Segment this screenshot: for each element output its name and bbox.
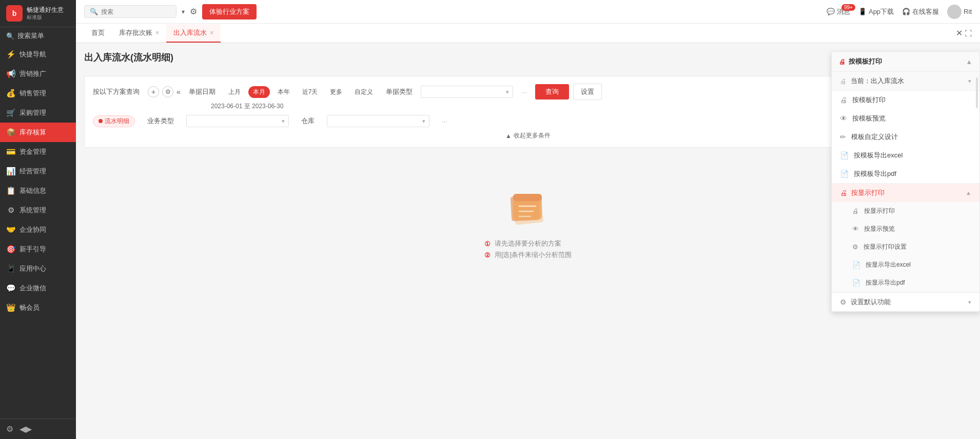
receipt-type-more-icon[interactable]: ···: [521, 88, 527, 96]
avatar: [947, 5, 962, 19]
sidebar-item-label: 库存核算: [19, 128, 46, 137]
template-excel-label: 按模板导出excel: [854, 151, 903, 160]
sidebar-item-marketing[interactable]: 📢 营销推广: [0, 64, 76, 84]
tabs-expand-icon[interactable]: ⛶: [965, 29, 972, 37]
search-input[interactable]: [101, 8, 163, 15]
dropdown-display-export-excel[interactable]: 📄 按显示导出excel: [832, 256, 979, 274]
dropdown-template-export-pdf[interactable]: 📄 按模板导出pdf: [832, 165, 979, 183]
operation-icon: 📊: [6, 167, 15, 176]
message-icon: 💬: [827, 8, 835, 15]
tab-batch-account[interactable]: 库存批次账 ×: [112, 24, 166, 43]
inventory-icon: 📦: [6, 128, 15, 137]
sales-icon: 💰: [6, 89, 15, 98]
online-service-button[interactable]: 🎧 在线客服: [902, 7, 939, 16]
tabs-close-all-icon[interactable]: ✕: [956, 28, 963, 38]
display-settings-icon: ⚙: [852, 243, 858, 251]
receipt-type-select-wrap: [421, 86, 513, 98]
sidebar-item-quick-nav[interactable]: ⚡ 快捷导航: [0, 45, 76, 64]
display-excel-icon: 📄: [852, 261, 860, 269]
warehouse-select[interactable]: [327, 115, 429, 127]
sidebar-search[interactable]: 🔍 搜索菜单: [0, 27, 76, 45]
dropdown-header-actions: ▲: [966, 58, 972, 66]
sidebar-item-wechat[interactable]: 💬 企业微信: [0, 278, 76, 298]
dropdown-template-custom[interactable]: ✏ 模板自定义设计: [832, 128, 979, 146]
settings-button[interactable]: 设置: [573, 84, 602, 100]
receipt-type-select[interactable]: [421, 86, 513, 98]
date-btn-more[interactable]: 更多: [325, 86, 347, 98]
sidebar-item-system[interactable]: ⚙ 系统管理: [0, 201, 76, 220]
dropdown-title-text: 按模板打印: [849, 57, 882, 66]
topbar-gear-icon[interactable]: ⚙: [190, 7, 197, 16]
dropdown-display-print-section[interactable]: 🖨 按显示打印 ▲: [832, 184, 979, 202]
date-btn-custom[interactable]: 自定义: [350, 86, 378, 98]
dropdown-scrollbar[interactable]: [976, 77, 978, 108]
sidebar-item-guide[interactable]: 🎯 新手引导: [0, 240, 76, 259]
marketing-icon: 📢: [6, 69, 15, 78]
business-type-select[interactable]: [186, 115, 289, 127]
tab-flow-close[interactable]: ×: [210, 29, 213, 36]
current-item-icon: 🖨: [840, 77, 847, 85]
print-header-icon: 🖨: [839, 58, 846, 66]
topbar-search[interactable]: 🔍: [84, 5, 177, 18]
sidebar-item-inventory[interactable]: 📦 库存核算: [0, 123, 76, 142]
topbar: 🔍 ▾ ⚙ 体验行业方案 💬 消息 99+ 📱 App下载 🎧 在线客服 Rit: [76, 0, 980, 24]
sidebar-item-finance[interactable]: 💳 资金管理: [0, 142, 76, 162]
date-btn-current-month[interactable]: 本月: [248, 86, 270, 98]
template-excel-icon: 📄: [840, 151, 849, 159]
dropdown-template-preview[interactable]: 👁 按模板预览: [832, 109, 979, 128]
quick-nav-icon: ⚡: [6, 50, 15, 59]
tab-home-label: 首页: [91, 28, 105, 37]
filter-collapse-button[interactable]: «: [177, 88, 181, 96]
sidebar-item-purchase[interactable]: 🛒 采购管理: [0, 103, 76, 123]
headset-icon: 🎧: [902, 8, 910, 15]
dropdown-template-print[interactable]: 🖨 按模板打印: [832, 91, 979, 109]
filter-actions: + ⚙ «: [148, 86, 181, 97]
display-preview-icon: 👁: [852, 225, 859, 233]
template-print-icon: 🖨: [840, 96, 847, 104]
message-button[interactable]: 💬 消息 99+: [827, 7, 850, 16]
search-dropdown-arrow[interactable]: ▾: [182, 8, 185, 15]
filter-add-button[interactable]: +: [148, 86, 159, 97]
user-profile-button[interactable]: Rit: [947, 5, 972, 19]
toggle-sidebar-icon[interactable]: ◀▶: [19, 424, 32, 434]
warehouse-more-icon[interactable]: ···: [442, 117, 447, 125]
online-service-label: 在线客服: [912, 7, 939, 16]
collapse-more-button[interactable]: ▲ 收起更多条件: [505, 131, 551, 140]
tab-home[interactable]: 首页: [84, 24, 112, 43]
dropdown-template-export-excel[interactable]: 📄 按模板导出excel: [832, 146, 979, 165]
filter-settings-button[interactable]: ⚙: [162, 86, 173, 97]
dropdown-close-icon[interactable]: ▲: [966, 58, 972, 66]
sidebar-item-label: 快捷导航: [19, 50, 46, 59]
sidebar-item-basic[interactable]: 📋 基础信息: [0, 181, 76, 201]
sidebar-item-label: 基础信息: [19, 186, 46, 195]
empty-num-1: ①: [484, 240, 491, 248]
query-button[interactable]: 查询: [535, 84, 569, 99]
trial-button[interactable]: 体验行业方案: [202, 4, 257, 19]
date-btn-prev-month[interactable]: 上月: [224, 86, 245, 98]
dropdown-current-item[interactable]: 🖨 当前：出入库流水 ▾: [832, 72, 979, 90]
topbar-search-icon: 🔍: [90, 8, 98, 15]
warehouse-label: 仓库: [301, 116, 315, 126]
dropdown-display-export-pdf[interactable]: 📄 按显示导出pdf: [832, 274, 979, 292]
sidebar-item-operation[interactable]: 📊 经营管理: [0, 162, 76, 181]
business-type-label: 业务类型: [147, 116, 174, 126]
dropdown-display-print[interactable]: 🖨 按显示打印: [832, 202, 979, 220]
tab-batch-account-close[interactable]: ×: [155, 29, 159, 36]
dropdown-header: 🖨 按模板打印 ▲: [832, 52, 979, 72]
template-pdf-label: 按模板导出pdf: [854, 169, 896, 178]
dropdown-display-preview[interactable]: 👁 按显示预览: [832, 220, 979, 238]
dropdown-set-default[interactable]: ⚙ 设置默认功能 ▾: [832, 292, 979, 311]
sidebar-item-label: 营销推广: [19, 69, 46, 78]
flow-detail-tag[interactable]: 流水明细: [93, 115, 135, 127]
sidebar-item-collab[interactable]: 🤝 企业协同: [0, 220, 76, 240]
date-btn-year[interactable]: 本年: [273, 86, 295, 98]
tab-flow[interactable]: 出入库流水 ×: [166, 24, 221, 43]
date-btn-7days[interactable]: 近7天: [298, 86, 323, 98]
settings-bottom-icon[interactable]: ⚙: [6, 424, 13, 434]
dropdown-display-print-settings[interactable]: ⚙ 按显示打印设置: [832, 238, 979, 256]
sidebar-item-sales[interactable]: 💰 销售管理: [0, 84, 76, 103]
app-download-button[interactable]: 📱 App下载: [858, 7, 894, 16]
sidebar-item-member[interactable]: 👑 畅会员: [0, 298, 76, 317]
display-excel-label: 按显示导出excel: [866, 261, 911, 269]
sidebar-item-app-center[interactable]: 📱 应用中心: [0, 259, 76, 278]
